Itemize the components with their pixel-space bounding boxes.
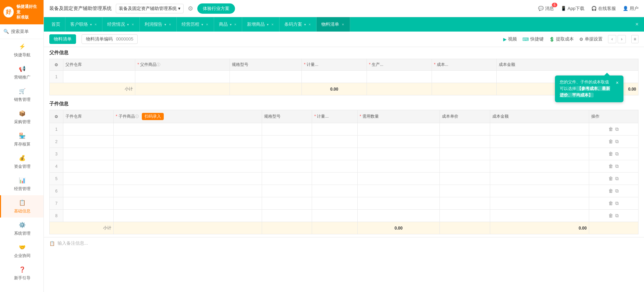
video-button[interactable]: ▶ 视频 [503,36,517,42]
child-cell-unit-cost[interactable] [440,123,490,136]
tab-close-icon[interactable]: × [205,22,209,26]
tab-close-icon[interactable]: × [341,22,345,26]
child-cell-warehouse[interactable] [63,173,114,185]
child-cell-cost-amount[interactable] [490,173,589,185]
child-cell-warehouse[interactable] [63,197,114,210]
child-cell-spec[interactable] [262,148,312,160]
child-cell-spec[interactable] [262,136,312,148]
child-cell-unit[interactable] [312,160,357,173]
child-cell-unit[interactable] [312,123,357,136]
table-view-button[interactable]: ≡ [631,35,639,43]
child-cell-spec[interactable] [262,123,312,136]
copy-icon[interactable]: ⧉ [615,176,619,182]
child-cell-unit[interactable] [312,173,357,185]
sidebar-item-guide[interactable]: ❓ 新手引导 [0,262,44,284]
delete-icon[interactable]: 🗑 [608,126,613,132]
child-cell-product[interactable] [113,173,262,185]
tab-close-icon[interactable]: × [308,22,311,26]
child-cell-qty[interactable] [357,160,440,173]
delete-icon[interactable]: 🗑 [608,176,613,182]
tab-barcode[interactable]: 条码方案 ▾ × [280,17,317,32]
tab-close-icon[interactable]: × [94,22,97,26]
child-cell-product[interactable] [113,185,262,197]
child-cell-unit-cost[interactable] [440,148,490,160]
child-cell-spec[interactable] [262,173,312,185]
child-cell-qty[interactable] [357,210,440,222]
parent-cell-warehouse[interactable] [63,71,135,83]
sidebar-item-sales[interactable]: 🛒 销售管理 [0,84,44,106]
delete-icon[interactable]: 🗑 [608,139,613,144]
sidebar-item-purchase[interactable]: 📦 采购管理 [0,106,44,128]
sidebar-item-marketing[interactable]: 📢 营销推广 [0,61,44,84]
tab-customers[interactable]: 客户联络 ▾ × [65,17,102,32]
tab-close-icon[interactable]: × [131,22,134,26]
sidebar-item-operations[interactable]: 📊 经营管理 [0,173,44,195]
child-cell-spec[interactable] [262,210,312,222]
child-cell-product[interactable] [113,210,262,222]
child-cell-cost-amount[interactable] [490,185,589,197]
copy-icon[interactable]: ⧉ [615,126,619,132]
child-cell-unit-cost[interactable] [440,173,490,185]
user-menu[interactable]: 👤 用户 [623,5,639,12]
tab-history[interactable]: 经营历程 ▾ × [177,17,214,32]
child-cell-unit[interactable] [312,210,357,222]
copy-icon[interactable]: ⧉ [615,213,619,219]
child-cell-spec[interactable] [262,197,312,210]
tab-home[interactable]: 首页 [47,17,65,32]
child-cell-qty[interactable] [357,173,440,185]
prev-page-button[interactable]: ‹ [608,35,616,43]
tab-close-icon[interactable]: × [271,22,274,26]
parent-cell-cost[interactable] [432,71,497,83]
sidebar-item-quick-nav[interactable]: ⚡ 快捷导航 [0,39,44,61]
sidebar-item-inventory[interactable]: 🏪 库存核算 [0,128,44,151]
child-cell-warehouse[interactable] [63,185,114,197]
child-cell-warehouse[interactable] [63,136,114,148]
child-cell-unit-cost[interactable] [440,185,490,197]
app-download-button[interactable]: 📱 App下载 [561,5,584,12]
delete-icon[interactable]: 🗑 [608,188,613,194]
system-dropdown[interactable]: 装备及固定资产辅助管理系统 ▾ [116,4,184,13]
child-cell-cost-amount[interactable] [490,210,589,222]
child-cell-product[interactable] [113,136,262,148]
child-cell-qty[interactable] [357,148,440,160]
child-cell-cost-amount[interactable] [490,136,589,148]
tab-bom[interactable]: 物料清单 × [317,17,350,32]
tab-new-goods[interactable]: 新增商品 ▾ × [242,17,279,32]
child-cell-unit-cost[interactable] [440,210,490,222]
online-support-button[interactable]: 🎧 在线客服 [591,5,616,12]
copy-icon[interactable]: ⧉ [615,163,619,169]
copy-icon[interactable]: ⧉ [615,200,619,206]
child-cell-qty[interactable] [357,123,440,136]
parent-col-settings[interactable]: ⚙ [50,59,63,71]
copy-icon[interactable]: ⧉ [615,151,619,157]
child-cell-warehouse[interactable] [63,148,114,160]
child-cell-unit[interactable] [312,185,357,197]
search-menu-button[interactable]: 🔍 搜索菜单 [3,27,40,36]
child-cell-cost-amount[interactable] [490,148,589,160]
child-cell-cost-amount[interactable] [490,123,589,136]
copy-icon[interactable]: ⧉ [615,188,619,194]
next-page-button[interactable]: › [618,35,626,43]
child-cell-warehouse[interactable] [63,160,114,173]
delete-icon[interactable]: 🗑 [608,200,613,206]
parent-cell-unit[interactable] [302,71,367,83]
child-cell-qty[interactable] [357,185,440,197]
child-col-settings[interactable]: ⚙ [50,110,63,123]
delete-icon[interactable]: 🗑 [608,163,613,169]
extract-cost-button[interactable]: 💲 提取成本 [549,36,574,42]
tab-close-icon[interactable]: × [234,22,237,26]
child-cell-cost-amount[interactable] [490,197,589,210]
child-cell-warehouse[interactable] [63,123,114,136]
tab-profit[interactable]: 利润报告 ▾ × [140,17,177,32]
sidebar-item-basic-info[interactable]: 📋 基础信息 [0,195,44,218]
tab-operations[interactable]: 经营情况 ▾ × [102,17,139,32]
child-cell-spec[interactable] [262,160,312,173]
sidebar-item-finance[interactable]: 💰 资金管理 [0,151,44,173]
shortcut-button[interactable]: ⌨ 快捷键 [522,36,544,42]
parent-cell-production[interactable] [367,71,432,83]
sidebar-item-system[interactable]: ⚙️ 系统管理 [0,218,44,240]
trial-button[interactable]: 体验行业方案 [197,3,235,14]
child-cell-unit[interactable] [312,197,357,210]
tab-close-icon[interactable]: × [168,22,172,26]
sidebar-item-enterprise[interactable]: 🤝 企业协同 [0,240,44,262]
